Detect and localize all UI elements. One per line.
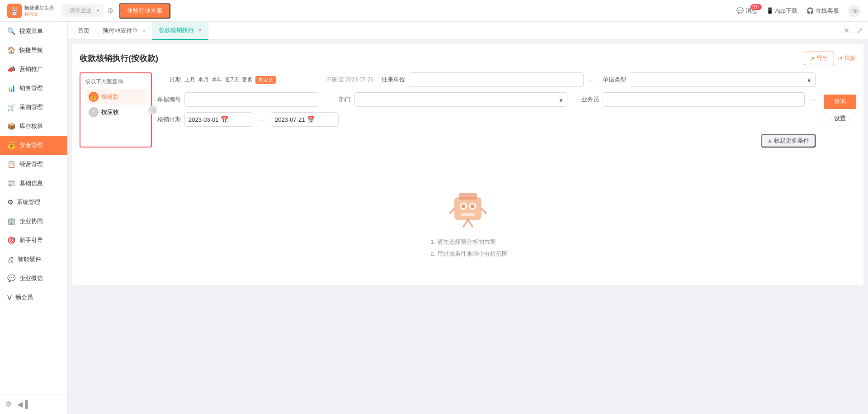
filter-settings-button[interactable]: 设置 (824, 112, 856, 125)
collapse-more-button[interactable]: ∧ 收起更多条件 (761, 134, 816, 148)
tab-receipt-offset[interactable]: 收款核销执行 × (152, 22, 208, 40)
settings-icon[interactable]: ⚙ (107, 6, 113, 15)
docnumber-label: 单据编号 (156, 95, 181, 104)
filter-row-3: 核销日期 2023-03-01 📅 — 2023-07-21 📅 (156, 112, 816, 127)
partner-label: 往来单位 (381, 76, 405, 84)
page-actions: ↗ 导出 ↺ 刷新 (804, 52, 856, 65)
dept-select[interactable]: ∨ (354, 92, 567, 107)
writeoff-date-start-input[interactable]: 2023-03-01 📅 (184, 112, 252, 127)
svg-point-5 (471, 205, 474, 208)
sidebar-item-purchase[interactable]: 🛒 采购管理 (0, 98, 67, 117)
sidebar-sales-label: 销售管理 (19, 84, 43, 92)
filter-option-by-receivable[interactable]: ⏱ 按应收 (85, 105, 146, 120)
collapse-sidebar-icon[interactable]: ◀▐ (17, 400, 28, 409)
date-label: 日期 (156, 76, 181, 84)
top-bar: 🐰 畅捷通好生意 标准版 演示企业 ▾ ⚙ 体验行业方案 💬 消息 99+ 📱 … (0, 0, 868, 22)
refresh-button[interactable]: ↺ 刷新 (838, 52, 856, 65)
doctype-select[interactable]: ∨ (630, 72, 816, 87)
tab-prepay[interactable]: 预付冲应付单 × (96, 22, 152, 40)
dept-field: 部门 ∨ (326, 92, 567, 107)
enterprise-icon: 🏢 (7, 217, 16, 225)
empty-tips: 请先选择要分析的方案 用过滤条件来缩小分析范围 (428, 236, 508, 260)
sidebar-item-marketing[interactable]: 📣 营销推广 (0, 60, 67, 79)
svg-line-7 (463, 220, 468, 227)
svg-line-9 (450, 209, 454, 213)
partner-field: 往来单位 ··· (381, 72, 594, 87)
marketing-icon: 📣 (7, 65, 16, 73)
user-menu[interactable]: Rit (848, 5, 861, 17)
sidebar-item-finance[interactable]: 💰 资金管理 (0, 136, 67, 155)
filter-row-1: 日期 上月 本月 本年 近7天 更多 自定义 (156, 72, 816, 87)
query-actions: 查询 设置 (819, 72, 856, 148)
sidebar-bottom: ⚙ ◀▐ (0, 394, 67, 414)
filter-selector-panel: 按以下方案查询 💰 按收款 ⏱ 按应收 《 (80, 72, 152, 148)
staff-label: 业务员 (575, 95, 599, 104)
sidebar-item-wechat[interactable]: 💬 企业微信 (0, 269, 67, 288)
sidebar-item-member[interactable]: V 畅会员 (0, 288, 67, 307)
sidebar-item-hardware[interactable]: 🖨 智能硬件 (0, 250, 67, 269)
svg-rect-6 (461, 213, 475, 216)
sidebar-item-inventory[interactable]: 📦 库存核算 (0, 117, 67, 136)
member-icon: V (7, 294, 12, 301)
docnumber-input[interactable] (184, 92, 319, 107)
sidebar-item-guide[interactable]: 🎯 新手引导 (0, 231, 67, 250)
info-icon: 📰 (7, 179, 16, 187)
sidebar-item-system[interactable]: ⚙ 系统管理 (0, 193, 67, 212)
sidebar-basic-info-label: 基础信息 (19, 179, 43, 187)
sidebar-item-basic-info[interactable]: 📰 基础信息 (0, 174, 67, 193)
message-button[interactable]: 💬 消息 99+ (736, 7, 757, 15)
date-link-7days[interactable]: 近7天 (225, 76, 239, 84)
logo-icon: 🐰 (7, 4, 22, 18)
staff-more-icon[interactable]: ··· (810, 96, 816, 103)
staff-input[interactable] (603, 92, 805, 107)
filter-option-receipt-label: 按收款 (101, 93, 119, 101)
sales-icon: 📊 (7, 84, 16, 92)
tab-home[interactable]: 首页 (71, 22, 96, 40)
date-link-more[interactable]: 更多 (242, 76, 253, 84)
partner-more-icon[interactable]: ··· (589, 76, 594, 83)
writeoff-end-value: 2023-07-21 (275, 116, 305, 123)
writeoff-date-label: 核销日期 (156, 115, 181, 124)
sidebar-finance-label: 资金管理 (19, 141, 43, 149)
doctype-field: 单据类型 ∨ (602, 72, 816, 87)
date-link-this-month[interactable]: 本月 (198, 76, 209, 84)
company-name: 演示企业 (66, 6, 95, 15)
solution-button[interactable]: 体验行业方案 (119, 3, 170, 19)
wechat-icon: 💬 (7, 274, 16, 282)
date-link-last-month[interactable]: 上月 (184, 76, 195, 84)
sidebar-inventory-label: 库存核算 (19, 122, 43, 130)
filter-option-by-receipt[interactable]: 💰 按收款 (85, 89, 146, 105)
date-custom-badge: 自定义 (255, 76, 276, 84)
purchase-icon: 🛒 (7, 103, 16, 111)
date-link-this-year[interactable]: 本年 (212, 76, 222, 84)
collapse-filter-icon[interactable]: 《 (148, 105, 157, 114)
company-selector[interactable]: 演示企业 ▾ (61, 4, 104, 17)
writeoff-date-end-input[interactable]: 2023-07-21 📅 (271, 112, 339, 127)
collapse-up-icon: ∧ (768, 138, 772, 144)
tab-receipt-offset-label: 收款核销执行 (159, 26, 194, 34)
app-download-button[interactable]: 📱 App下载 (766, 7, 797, 15)
tab-receipt-offset-close-icon[interactable]: × (198, 27, 202, 33)
sidebar-item-search[interactable]: 🔍 搜索菜单 (0, 22, 67, 41)
expand-icon[interactable]: ⤢ (855, 24, 864, 37)
export-button[interactable]: ↗ 导出 (804, 52, 834, 65)
settings-bottom-icon[interactable]: ⚙ (5, 400, 12, 409)
close-tab-icon[interactable]: ✕ (842, 24, 851, 37)
export-icon: ↗ (810, 55, 815, 62)
receipt-icon: 💰 (89, 92, 99, 102)
sidebar-item-sales[interactable]: 📊 销售管理 (0, 79, 67, 98)
tab-bar: 首页 预付冲应付单 × 收款核销执行 × ✕ ⤢ (68, 22, 868, 40)
doctype-label: 单据类型 (602, 76, 626, 84)
service-button[interactable]: 🎧 在线客服 (807, 7, 839, 15)
sidebar-item-operations[interactable]: 📋 经营管理 (0, 155, 67, 174)
page-content: 收款核销执行(按收款) ↗ 导出 ↺ 刷新 (68, 40, 868, 414)
dept-chevron-icon: ∨ (559, 96, 563, 103)
sidebar-item-quick-nav[interactable]: 🏠 快捷导航 (0, 41, 67, 60)
partner-input[interactable] (409, 72, 584, 87)
sidebar-item-enterprise[interactable]: 🏢 企业协同 (0, 212, 67, 231)
finance-icon: 💰 (7, 141, 16, 149)
empty-illustration (441, 184, 495, 229)
tab-prepay-close-icon[interactable]: × (142, 28, 146, 34)
query-button[interactable]: 查询 (824, 95, 856, 109)
date-range-text: 不限 至 2023-07-26 (326, 76, 373, 84)
